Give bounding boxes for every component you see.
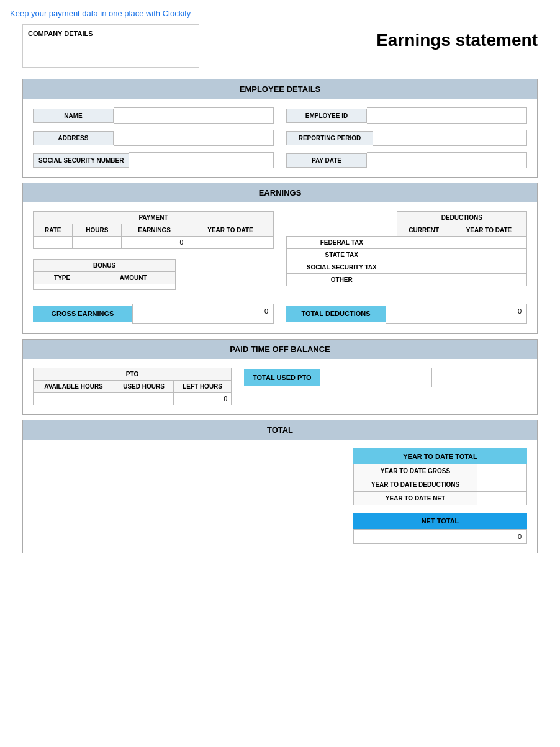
name-input[interactable] xyxy=(114,107,274,124)
deduction-federal-label: FEDERAL TAX xyxy=(287,237,397,249)
total-deductions-value: 0 xyxy=(386,304,527,324)
ytd-deductions-row: YEAR TO DATE DEDUCTIONS xyxy=(353,478,527,492)
bonus-table: BONUS TYPE AMOUNT xyxy=(33,259,176,290)
earnings-body: PAYMENT RATE HOURS EARNINGS YEAR TO DATE xyxy=(23,202,537,299)
deduction-other-current xyxy=(397,274,451,286)
ytd-total-block: YEAR TO DATE TOTAL YEAR TO DATE GROSS YE… xyxy=(353,448,527,505)
page-title: Earnings statement xyxy=(376,24,538,50)
pto-section: PAID TIME OFF BALANCE PTO AVAILABLE HOUR… xyxy=(22,339,538,415)
deduction-ss-current xyxy=(397,261,451,274)
ytd-net-row: YEAR TO DATE NET xyxy=(353,492,527,505)
clockify-link[interactable]: Keep your payment data in one place with… xyxy=(10,9,191,18)
total-used-pto-value xyxy=(320,368,432,387)
payment-table-row: 0 xyxy=(34,237,274,249)
ytd-deductions-label: YEAR TO DATE DEDUCTIONS xyxy=(353,478,477,492)
pto-left-cell: 0 xyxy=(174,393,232,405)
deductions-table-header: DEDUCTIONS xyxy=(397,212,526,224)
pto-body: PTO AVAILABLE HOURS USED HOURS LEFT HOUR… xyxy=(23,359,537,414)
deduction-other-label: OTHER xyxy=(287,274,397,286)
pto-right: TOTAL USED PTO xyxy=(244,368,527,387)
net-total-value: 0 xyxy=(353,529,527,544)
ytd-net-label: YEAR TO DATE NET xyxy=(353,492,477,505)
deductions-col-ytd: YEAR TO DATE xyxy=(451,224,526,237)
payment-hours-cell xyxy=(73,237,122,249)
earnings-right: DEDUCTIONS CURRENT YEAR TO DATE FEDERAL … xyxy=(286,211,527,290)
payment-col-rate: RATE xyxy=(34,224,73,237)
bonus-col-amount: AMOUNT xyxy=(91,272,176,284)
net-total-block: NET TOTAL 0 xyxy=(353,513,527,544)
net-total-header: NET TOTAL xyxy=(353,513,527,529)
earnings-totals-row: GROSS EARNINGS 0 TOTAL DEDUCTIONS 0 xyxy=(23,299,537,333)
payment-ytd-cell xyxy=(187,237,273,249)
bonus-table-header: BONUS xyxy=(34,260,176,272)
payment-earnings-cell: 0 xyxy=(122,237,187,249)
reporting-period-input[interactable] xyxy=(373,130,527,146)
pay-date-label: PAY DATE xyxy=(286,153,367,168)
pay-date-field-row: PAY DATE xyxy=(286,152,527,168)
deduction-other-ytd xyxy=(451,274,526,286)
deduction-other-row: OTHER xyxy=(287,274,527,286)
total-left xyxy=(33,448,353,544)
reporting-period-field-row: REPORTING PERIOD xyxy=(286,130,527,146)
total-right: YEAR TO DATE TOTAL YEAR TO DATE GROSS YE… xyxy=(353,448,527,544)
address-label: ADDRESS xyxy=(33,131,114,145)
company-box: COMPANY DETAILS xyxy=(22,24,199,68)
pto-table: PTO AVAILABLE HOURS USED HOURS LEFT HOUR… xyxy=(33,368,232,405)
deduction-federal-current xyxy=(397,237,451,249)
total-section: TOTAL YEAR TO DATE TOTAL YEAR TO DATE GR… xyxy=(22,420,538,553)
payment-col-ytd: YEAR TO DATE xyxy=(187,224,273,237)
deduction-ss-row: SOCIAL SECURITY TAX xyxy=(287,261,527,274)
total-body: YEAR TO DATE TOTAL YEAR TO DATE GROSS YE… xyxy=(23,440,537,553)
ssn-field-row: SOCIAL SECURITY NUMBER xyxy=(33,152,274,168)
bonus-col-type: TYPE xyxy=(34,272,91,284)
total-used-pto-label: TOTAL USED PTO xyxy=(244,369,320,386)
earnings-section: EARNINGS PAYMENT RATE HOURS EARNINGS YEA… xyxy=(22,183,538,334)
employee-fields-right: EMPLOYEE ID REPORTING PERIOD PAY DATE xyxy=(286,107,527,168)
earnings-section-header: EARNINGS xyxy=(23,183,537,202)
pto-total-wrapper: TOTAL USED PTO xyxy=(244,368,432,387)
deduction-state-current xyxy=(397,249,451,261)
total-deductions-wrapper: TOTAL DEDUCTIONS 0 xyxy=(286,304,527,324)
pto-left: PTO AVAILABLE HOURS USED HOURS LEFT HOUR… xyxy=(33,368,232,405)
employee-fields-left: NAME ADDRESS SOCIAL SECURITY NUMBER xyxy=(33,107,274,168)
pto-col-left: LEFT HOURS xyxy=(174,381,232,393)
pto-available-cell xyxy=(34,393,114,405)
pto-used-cell xyxy=(114,393,173,405)
pto-col-available: AVAILABLE HOURS xyxy=(34,381,114,393)
deduction-federal-ytd xyxy=(451,237,526,249)
employee-id-input[interactable] xyxy=(367,107,527,124)
ytd-net-value xyxy=(477,492,527,505)
payment-table-header: PAYMENT xyxy=(34,212,274,224)
ytd-gross-row: YEAR TO DATE GROSS xyxy=(353,464,527,478)
pto-table-header: PTO xyxy=(34,368,232,381)
bonus-type-cell xyxy=(34,284,91,290)
gross-earnings-label: GROSS EARNINGS xyxy=(33,306,132,322)
top-link-wrapper: Keep your payment data in one place with… xyxy=(0,0,560,24)
ytd-total-header: YEAR TO DATE TOTAL xyxy=(353,448,527,464)
gross-earnings-wrapper: GROSS EARNINGS 0 xyxy=(33,304,274,324)
bonus-amount-cell xyxy=(91,284,176,290)
total-deductions-label: TOTAL DEDUCTIONS xyxy=(286,306,386,322)
header-section: COMPANY DETAILS Earnings statement xyxy=(22,24,538,68)
ssn-label: SOCIAL SECURITY NUMBER xyxy=(33,153,129,168)
ssn-input[interactable] xyxy=(129,152,274,168)
bonus-table-row xyxy=(34,284,176,290)
payment-col-earnings: EARNINGS xyxy=(122,224,187,237)
gross-earnings-value: 0 xyxy=(132,304,274,324)
address-input[interactable] xyxy=(114,130,274,146)
total-section-header: TOTAL xyxy=(23,420,537,440)
deduction-state-ytd xyxy=(451,249,526,261)
deduction-state-label: STATE TAX xyxy=(287,249,397,261)
payment-rate-cell xyxy=(34,237,73,249)
pay-date-input[interactable] xyxy=(367,152,527,168)
address-field-row: ADDRESS xyxy=(33,130,274,146)
employee-id-label: EMPLOYEE ID xyxy=(286,109,367,123)
deduction-federal-row: FEDERAL TAX xyxy=(287,237,527,249)
deductions-table: DEDUCTIONS CURRENT YEAR TO DATE FEDERAL … xyxy=(286,211,527,286)
deduction-ss-label: SOCIAL SECURITY TAX xyxy=(287,261,397,274)
deduction-state-row: STATE TAX xyxy=(287,249,527,261)
deduction-ss-ytd xyxy=(451,261,526,274)
employee-grid: NAME ADDRESS SOCIAL SECURITY NUMBER EMPL… xyxy=(23,99,537,177)
employee-id-field-row: EMPLOYEE ID xyxy=(286,107,527,124)
pto-table-row: 0 xyxy=(34,393,232,405)
